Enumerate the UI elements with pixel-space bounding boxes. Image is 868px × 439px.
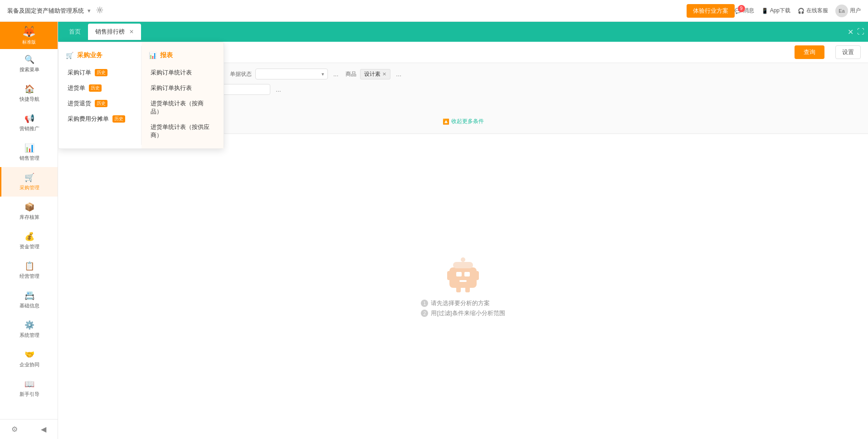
settings-icon[interactable] [96, 6, 103, 15]
sidebar-label-guide: 新手引导 [20, 391, 39, 398]
sidebar-item-operations[interactable]: 📋 经营管理 [0, 256, 58, 285]
goods-dots[interactable]: ... [396, 70, 401, 78]
sidebar-label-enterprise: 企业协同 [20, 361, 39, 368]
goods-label: 商品 [346, 70, 356, 78]
empty-state: 1 请先选择要分析的方案 2 用[过滤]条件来缩小分析范围 [58, 134, 868, 439]
guide-icon: 📖 [24, 379, 34, 389]
main-layout: 🦊 标准版 🔍 搜索菜单 🏠 快捷导航 📢 营销推广 📊 销 [0, 22, 868, 439]
sidebar-item-inventory[interactable]: 📦 库存核算 [0, 197, 58, 226]
top-bar-left: 装备及固定资产辅助管理系统 ▾ [7, 6, 687, 15]
dropdown-item-order-stats[interactable]: 采购订单统计表 [141, 65, 224, 80]
order-exec-label: 采购订单执行表 [151, 84, 192, 92]
sidebar-label-inventory: 库存核算 [20, 214, 39, 221]
message-btn[interactable]: 💬 9 消息 [735, 7, 754, 15]
sidebar-item-enterprise[interactable]: 🤝 企业协同 [0, 344, 58, 374]
sidebar-item-finance[interactable]: 💰 资金管理 [0, 226, 58, 256]
svg-rect-7 [456, 287, 461, 292]
search-menu-icon: 🔍 [24, 54, 34, 64]
dropdown-item-purchase-expense[interactable]: 采购费用分摊单 历史 [59, 111, 141, 127]
filter-group-goods: 商品 设计素 ✕ ... [346, 69, 401, 79]
tab-expand-btn[interactable]: ⛶ [857, 28, 864, 36]
chevron-down-icon[interactable]: ▾ [88, 7, 91, 14]
tab-sales-rank-label: 销售排行榜 [95, 28, 125, 36]
status-select[interactable] [255, 69, 328, 79]
sidebar-label-finance: 资金管理 [20, 243, 39, 250]
sidebar-item-system-mgmt[interactable]: ⚙️ 系统管理 [0, 315, 58, 344]
app-download-label: App下载 [770, 7, 790, 15]
history-badge-2: 历史 [89, 84, 102, 92]
sidebar-item-search-menu[interactable]: 🔍 搜索菜单 [0, 49, 58, 79]
headset-icon: 🎧 [798, 8, 805, 14]
status-dots[interactable]: ... [333, 70, 339, 78]
system-icon: ⚙️ [24, 320, 34, 330]
purchase-dropdown-menu: 🛒 采购业务 采购订单 历史 进货单 历史 进货退货 [58, 42, 224, 149]
sidebar-item-quick-nav[interactable]: 🏠 快捷导航 [0, 79, 58, 108]
sidebar-items: 🔍 搜索菜单 🏠 快捷导航 📢 营销推广 📊 销售管理 🛒 采购管 [0, 49, 58, 419]
online-service-label: 在线客服 [806, 7, 828, 15]
dropdown-item-stock-stats-goods[interactable]: 进货单统计表（按商品） [141, 96, 224, 119]
sidebar-label-purchase-mgmt: 采购管理 [20, 184, 39, 191]
top-bar-right: 💬 9 消息 📱 App下载 🎧 在线客服 Ea 用户 [735, 5, 861, 17]
purchase-biz-icon: 🛒 [66, 52, 73, 59]
purchase-biz-label: 采购业务 [77, 51, 102, 59]
tab-home[interactable]: 首页 [62, 24, 88, 40]
order-stats-label: 采购订单统计表 [151, 69, 192, 77]
sidebar-item-purchase-mgmt[interactable]: 🛒 采购管理 [0, 167, 58, 197]
quick-nav-icon: 🏠 [24, 84, 34, 94]
dropdown-item-stock-in[interactable]: 进货单 历史 [59, 80, 141, 96]
svg-rect-2 [456, 272, 462, 276]
history-badge-4: 历史 [112, 115, 125, 123]
stock-stats-supplier-label: 进货单统计表（按供应商） [151, 123, 215, 139]
logo-subtitle: 标准版 [22, 39, 36, 45]
salesperson-dots[interactable]: ... [276, 86, 281, 93]
tab-close-icon[interactable]: ✕ [129, 29, 134, 35]
tab-bar: 首页 销售排行榜 ✕ ✕ ⛶ 🛒 采购业务 [58, 22, 868, 42]
user-label: 用户 [850, 7, 861, 15]
tab-sales-rank[interactable]: 销售排行榜 ✕ [88, 24, 141, 40]
top-bar-center: 体验行业方案 [687, 4, 735, 18]
user-btn[interactable]: Ea 用户 [835, 5, 861, 17]
dropdown-item-stock-return[interactable]: 进货退货 历史 [59, 96, 141, 111]
query-btn[interactable]: 查询 [795, 45, 824, 59]
empty-text: 1 请先选择要分析的方案 2 用[过滤]条件来缩小分析范围 [421, 297, 505, 319]
empty-num-1: 1 [421, 300, 428, 307]
industry-btn[interactable]: 体验行业方案 [687, 4, 735, 18]
history-badge-1: 历史 [95, 69, 107, 76]
tab-close-window-btn[interactable]: ✕ [848, 28, 853, 36]
sidebar-item-basic-info[interactable]: 📇 基础信息 [0, 285, 58, 315]
sidebar-item-sales-mgmt[interactable]: 📊 销售管理 [0, 138, 58, 167]
svg-rect-6 [475, 271, 479, 280]
sidebar-label-search-menu: 搜索菜单 [20, 66, 39, 73]
sidebar-settings-btn[interactable]: ⚙ [11, 425, 18, 434]
svg-rect-5 [447, 271, 451, 280]
dropdown-item-purchase-order[interactable]: 采购订单 历史 [59, 65, 141, 80]
sidebar-collapse-btn[interactable]: ◀ [41, 425, 46, 434]
purchase-icon: 🛒 [24, 173, 34, 183]
top-bar: 装备及固定资产辅助管理系统 ▾ 体验行业方案 💬 9 消息 📱 [0, 0, 868, 22]
status-label: 单据状态 [230, 70, 252, 78]
svg-rect-3 [464, 272, 470, 276]
empty-illustration [440, 254, 486, 290]
goods-tag-close[interactable]: ✕ [382, 71, 386, 77]
sidebar-label-sales-mgmt: 销售管理 [20, 155, 39, 162]
dropdown-right-header: 📊 报表 [141, 48, 224, 65]
setting-btn[interactable]: 设置 [835, 45, 861, 59]
app-download-btn[interactable]: 📱 App下载 [761, 7, 790, 15]
sidebar-label-quick-nav: 快捷导航 [20, 96, 39, 103]
sidebar-item-guide[interactable]: 📖 新手引导 [0, 374, 58, 403]
sidebar-item-marketing[interactable]: 📢 营销推广 [0, 108, 58, 138]
content-area: 首页 销售排行榜 ✕ ✕ ⛶ 🛒 采购业务 [58, 22, 868, 439]
dropdown-item-order-exec[interactable]: 采购订单执行表 [141, 80, 224, 96]
avatar: Ea [835, 5, 848, 17]
empty-tip-1: 请先选择要分析的方案 [431, 299, 490, 307]
dropdown-left-header: 🛒 采购业务 [59, 48, 141, 65]
dropdown-item-stock-stats-supplier[interactable]: 进货单统计表（按供应商） [141, 119, 224, 143]
svg-rect-1 [449, 267, 477, 288]
report-label: 报表 [160, 51, 173, 59]
online-service-btn[interactable]: 🎧 在线客服 [798, 7, 828, 15]
svg-point-10 [461, 257, 465, 262]
basic-info-icon: 📇 [24, 291, 34, 301]
tab-bar-right: ✕ ⛶ [848, 28, 864, 36]
tab-home-label: 首页 [69, 28, 81, 36]
purchase-order-label: 采购订单 [68, 69, 91, 77]
